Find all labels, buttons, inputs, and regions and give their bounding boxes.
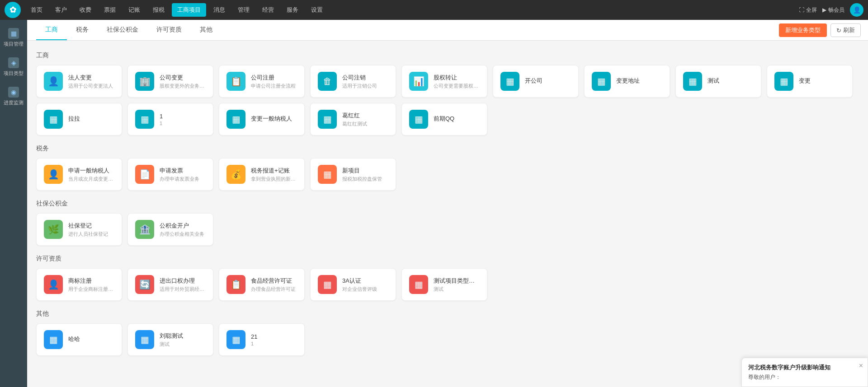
card-21[interactable]: ▦ 21 1 <box>219 323 305 356</box>
avatar[interactable]: 👤 <box>850 3 863 17</box>
card-info-食品经营许可证: 食品经营许可证 办理食品经营许可证 <box>251 277 297 293</box>
card-食品经营许可证[interactable]: 📋 食品经营许可证 办理食品经营许可证 <box>219 268 305 301</box>
card-title-1: 1 <box>160 113 206 120</box>
card-title-进出口权办理: 进出口权办理 <box>160 277 206 285</box>
card-info-1: 1 1 <box>160 113 206 126</box>
toolbar-inner: 新增业务类型 ↻ 刷新 <box>779 23 861 37</box>
refresh-icon: ↻ <box>836 27 841 34</box>
notification-close-btn[interactable]: × <box>859 362 863 370</box>
card-info-股权转让: 股权转让 公司变更需要股权转让 <box>434 74 480 89</box>
nav-tickets[interactable]: 票据 <box>99 3 121 17</box>
sidebar-item-progress[interactable]: ◉ 进度监测 <box>1 83 26 110</box>
card-社保登记[interactable]: 🌿 社保登记 进行人员社保登记 <box>36 213 122 246</box>
card-3A认证[interactable]: ▦ 3A认证 对企业信誉评级 <box>310 268 396 301</box>
nav-service[interactable]: 服务 <box>281 3 304 17</box>
card-股权转让[interactable]: 📊 股权转让 公司变更需要股权转让 <box>401 65 487 98</box>
tab-shuiwu[interactable]: 税务 <box>67 20 98 40</box>
sidebar-item-project-type[interactable]: ◈ 项目类型 <box>1 54 26 80</box>
card-info-新项目: 新项目 报税加税控盘保管 <box>342 167 388 182</box>
card-变更[interactable]: ▦ 变更 <box>767 65 853 98</box>
card-title-21: 21 <box>251 333 297 340</box>
nav-customer[interactable]: 客户 <box>50 3 72 17</box>
card-desc-申请一般纳税人: 当月或次月成变更完成 <box>68 176 114 182</box>
card-葛红红[interactable]: ▦ 葛红红 葛红红测试 <box>310 103 396 135</box>
card-拉拉[interactable]: ▦ 拉拉 <box>36 103 122 135</box>
card-info-开公司: 开公司 <box>525 77 571 86</box>
card-1[interactable]: ▦ 1 1 <box>127 103 213 135</box>
card-desc-公司注销: 适用于注销公司 <box>342 83 388 89</box>
card-测试项目类型自定义[interactable]: ▦ 测试项目类型自定义 测试 <box>401 268 487 301</box>
card-测试[interactable]: ▦ 测试 <box>675 65 761 98</box>
new-type-button[interactable]: 新增业务类型 <box>779 23 827 37</box>
card-title-法人变更: 法人变更 <box>68 74 114 82</box>
nav-home[interactable]: 首页 <box>25 3 48 17</box>
refresh-button[interactable]: ↻ 刷新 <box>830 23 861 37</box>
nav-operation[interactable]: 经营 <box>257 3 279 17</box>
card-商标注册[interactable]: 👤 商标注册 用于企业商标注册服务 <box>36 268 122 301</box>
card-desc-公司注册: 申请公司注册全流程 <box>251 83 297 89</box>
card-info-法人变更: 法人变更 适用于公司变更法人 <box>68 74 114 89</box>
nav-manage[interactable]: 管理 <box>232 3 255 17</box>
card-desc-新项目: 报税加税控盘保管 <box>342 176 388 182</box>
tab-xuke[interactable]: 许可资质 <box>147 20 191 40</box>
card-新项目[interactable]: ▦ 新项目 报税加税控盘保管 <box>310 158 396 191</box>
card-title-哈哈: 哈哈 <box>68 335 114 343</box>
tab-shebao[interactable]: 社保公积金 <box>98 20 147 40</box>
card-法人变更[interactable]: 👤 法人变更 适用于公司变更法人 <box>36 65 122 98</box>
card-desc-股权转让: 公司变更需要股权转让 <box>434 83 480 89</box>
card-变更地址[interactable]: ▦ 变更地址 <box>584 65 670 98</box>
nav-bookkeeping[interactable]: 记账 <box>123 3 146 17</box>
card-info-刘聪测试: 刘聪测试 测试 <box>160 332 206 348</box>
sidebar-label-project-type: 项目类型 <box>4 70 24 77</box>
card-title-拉拉: 拉拉 <box>68 115 114 123</box>
card-desc-1: 1 <box>160 121 206 126</box>
card-公司注销[interactable]: 🗑 公司注销 适用于注销公司 <box>310 65 396 98</box>
card-公积金开户[interactable]: 🏦 公积金开户 办理公积金相关业务 <box>127 213 213 246</box>
card-title-税务报道: 税务报道+记账 <box>251 167 297 175</box>
card-desc-葛红红: 葛红红测试 <box>342 121 388 127</box>
card-进出口权办理[interactable]: 🔄 进出口权办理 适用于对外贸易经营者 <box>127 268 213 301</box>
vip-icon: ▶ <box>822 7 826 13</box>
card-icon-股权转让: 📊 <box>409 72 428 91</box>
nav-charges[interactable]: 收费 <box>74 3 97 17</box>
nav-settings[interactable]: 设置 <box>306 3 328 17</box>
sidebar-item-project-manage[interactable]: ▦ 项目管理 <box>1 24 26 51</box>
card-info-拉拉: 拉拉 <box>68 115 114 124</box>
tab-qita[interactable]: 其他 <box>191 20 222 40</box>
vip-btn[interactable]: ▶ 畅会员 <box>822 6 844 14</box>
card-开公司[interactable]: ▦ 开公司 <box>493 65 579 98</box>
card-icon-葛红红: ▦ <box>318 110 337 129</box>
card-title-变更: 变更 <box>799 77 845 85</box>
card-税务报道[interactable]: 💰 税务报道+记账 拿到营业执照的新公司 <box>219 158 305 191</box>
card-title-申请发票: 申请发票 <box>160 167 206 175</box>
card-info-变更: 变更 <box>799 77 845 86</box>
fullscreen-btn[interactable]: ⛶ 全屏 <box>799 6 817 14</box>
card-前期QQ[interactable]: ▦ 前期QQ <box>401 103 487 135</box>
fullscreen-icon: ⛶ <box>799 7 804 13</box>
card-title-测试: 测试 <box>708 77 754 85</box>
card-公司变更[interactable]: 🏢 公司变更 股权变更外的业务变更 <box>127 65 213 98</box>
nav-commerce[interactable]: 工商项目 <box>172 3 206 17</box>
card-变更一般纳税人[interactable]: ▦ 变更一般纳税人 <box>219 103 305 135</box>
nav-right: ⛶ 全屏 ▶ 畅会员 👤 <box>799 3 863 17</box>
card-公司注册[interactable]: 📋 公司注册 申请公司注册全流程 <box>219 65 305 98</box>
tab-gongshang[interactable]: 工商 <box>36 20 67 40</box>
card-title-刘聪测试: 刘聪测试 <box>160 332 206 340</box>
card-申请发票[interactable]: 📄 申请发票 办理申请发票业务 <box>127 158 213 191</box>
card-申请一般纳税人[interactable]: 👤 申请一般纳税人 当月或次月成变更完成 <box>36 158 122 191</box>
card-icon-法人变更: 👤 <box>44 72 63 91</box>
nav-tax[interactable]: 报税 <box>147 3 170 17</box>
vip-label: 畅会员 <box>828 6 844 14</box>
card-icon-申请发票: 📄 <box>135 165 154 184</box>
project-type-icon: ◈ <box>8 57 19 68</box>
card-刘聪测试[interactable]: ▦ 刘聪测试 测试 <box>127 323 213 356</box>
card-info-进出口权办理: 进出口权办理 适用于对外贸易经营者 <box>160 277 206 293</box>
card-哈哈[interactable]: ▦ 哈哈 <box>36 323 122 356</box>
notification-title: 河北税务数字账户升级影响通知 <box>748 364 861 372</box>
sidebar-label-project-manage: 项目管理 <box>4 41 24 47</box>
section-title-gongshang: 工商 <box>36 51 859 60</box>
card-desc-社保登记: 进行人员社保登记 <box>68 231 114 238</box>
card-info-测试: 测试 <box>708 77 754 86</box>
card-info-商标注册: 商标注册 用于企业商标注册服务 <box>68 277 114 293</box>
nav-message[interactable]: 消息 <box>208 3 231 17</box>
